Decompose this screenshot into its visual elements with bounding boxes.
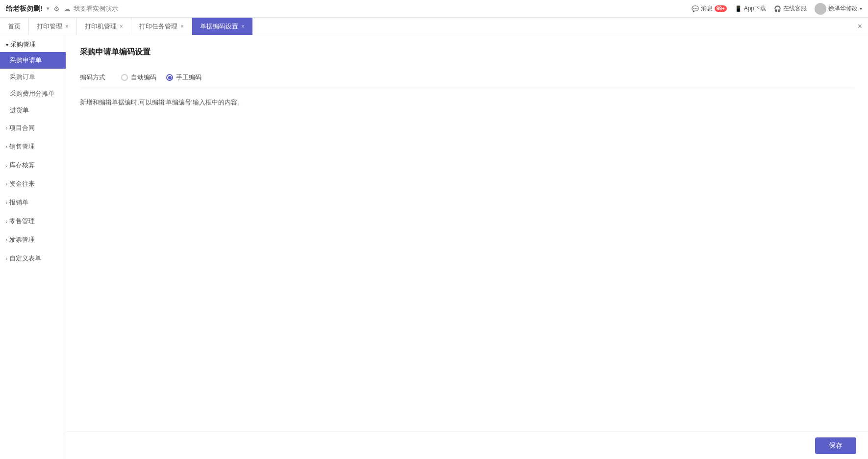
capital-flow-arrow-icon: ›	[6, 181, 7, 187]
auto-encoding-radio-circle	[121, 74, 128, 81]
sidebar-item-goods-receipt-label: 进货单	[10, 106, 29, 114]
settings-icon[interactable]: ⚙	[53, 5, 60, 13]
main-layout: ▾ 采购管理 采购申请单 采购订单 采购费用分摊单 进货单 › 项目合同 › 销…	[0, 35, 868, 459]
search-text: 我要看实例演示	[74, 4, 118, 13]
hint-text: 新增和编辑单据编时,可以编辑'单编编号'输入框中的内容。	[80, 98, 854, 107]
project-contract-arrow-icon: ›	[6, 126, 7, 131]
top-bar-left: 给老板勿删! ▾ ⚙ ☁ 我要看实例演示	[6, 4, 118, 13]
tab-bar: 首页 打印管理 × 打印机管理 × 打印任务管理 × 单据编码设置 × ×	[0, 18, 868, 35]
custom-forms-arrow-icon: ›	[6, 256, 7, 261]
user-chevron-icon: ▾	[860, 6, 862, 11]
tab-single-code-settings[interactable]: 单据编码设置 ×	[192, 18, 253, 35]
avatar	[815, 3, 826, 15]
sidebar-group-capital-flow[interactable]: › 资金往来	[0, 175, 66, 193]
sidebar-group-returns[interactable]: › 报销单	[0, 193, 66, 212]
user-profile-button[interactable]: 徐泽华修改 ▾	[815, 3, 862, 15]
phone-icon: 📱	[735, 5, 742, 12]
sidebar-item-purchase-request[interactable]: 采购申请单	[0, 52, 66, 69]
tab-single-code-settings-close[interactable]: ×	[241, 23, 245, 30]
project-contract-label: 项目合同	[9, 124, 35, 132]
message-icon: 💬	[692, 5, 699, 12]
top-bar: 给老板勿删! ▾ ⚙ ☁ 我要看实例演示 💬 消息 99+ 📱 App下载 🎧 …	[0, 0, 868, 18]
app-download-label: App下载	[744, 4, 766, 13]
returns-label: 报销单	[9, 198, 28, 207]
auto-encoding-label: 自动编码	[131, 73, 156, 82]
sidebar: ▾ 采购管理 采购申请单 采购订单 采购费用分摊单 进货单 › 项目合同 › 销…	[0, 35, 66, 459]
app-download-button[interactable]: 📱 App下载	[735, 4, 766, 13]
tab-printer-management-close[interactable]: ×	[120, 23, 123, 30]
auto-encoding-radio[interactable]: 自动编码	[121, 73, 156, 82]
encoding-section: 编码方式 自动编码 手工编码	[80, 67, 854, 88]
page-title: 采购申请单编码设置	[80, 47, 854, 57]
sidebar-group-purchase-management[interactable]: ▾ 采购管理	[0, 35, 66, 52]
encoding-method-label: 编码方式	[80, 73, 109, 82]
tab-spacer	[253, 18, 852, 35]
online-service-button[interactable]: 🎧 在线客服	[774, 4, 807, 13]
cloud-icon: ☁	[64, 5, 71, 13]
message-label: 消息	[701, 4, 713, 13]
manual-encoding-label: 手工编码	[176, 73, 201, 82]
sidebar-group-invoice-management[interactable]: › 发票管理	[0, 230, 66, 249]
tab-single-code-settings-label: 单据编码设置	[200, 22, 238, 31]
sales-management-label: 销售管理	[9, 142, 35, 151]
tab-print-task-management-close[interactable]: ×	[180, 23, 184, 30]
tab-print-management-label: 打印管理	[37, 22, 62, 31]
chevron-down-icon[interactable]: ▾	[47, 5, 50, 12]
retail-management-arrow-icon: ›	[6, 219, 7, 224]
inventory-accounting-label: 库存核算	[9, 161, 35, 170]
sidebar-item-purchase-order-label: 采购订单	[10, 73, 35, 80]
capital-flow-label: 资金往来	[9, 179, 35, 188]
content-area: 采购申请单编码设置 编码方式 自动编码 手工编码 新增和编辑单据编时,可以编辑'…	[66, 35, 868, 459]
manual-encoding-radio-circle	[166, 74, 173, 81]
sidebar-item-goods-receipt[interactable]: 进货单	[0, 102, 66, 119]
tab-print-management-close[interactable]: ×	[65, 23, 69, 30]
returns-arrow-icon: ›	[6, 200, 7, 205]
online-service-label: 在线客服	[783, 4, 807, 13]
content-main: 采购申请单编码设置 编码方式 自动编码 手工编码 新增和编辑单据编时,可以编辑'…	[66, 35, 868, 432]
tab-print-task-management[interactable]: 打印任务管理 ×	[131, 18, 192, 35]
invoice-management-arrow-icon: ›	[6, 237, 7, 243]
encoding-radio-group: 自动编码 手工编码	[121, 73, 201, 82]
sidebar-item-purchase-order[interactable]: 采购订单	[0, 69, 66, 85]
sales-management-arrow-icon: ›	[6, 144, 7, 150]
purchase-management-arrow-icon: ▾	[6, 42, 8, 48]
sidebar-group-retail-management[interactable]: › 零售管理	[0, 212, 66, 230]
sidebar-group-custom-forms[interactable]: › 自定义表单	[0, 249, 66, 268]
sidebar-group-project-contract[interactable]: › 项目合同	[0, 119, 66, 137]
manual-encoding-radio[interactable]: 手工编码	[166, 73, 201, 82]
sidebar-group-sales-management[interactable]: › 销售管理	[0, 137, 66, 156]
sidebar-item-purchase-expense-split-label: 采购费用分摊单	[10, 90, 54, 97]
search-bar[interactable]: ☁ 我要看实例演示	[64, 4, 118, 13]
tab-print-task-management-label: 打印任务管理	[139, 22, 177, 31]
message-button[interactable]: 💬 消息 99+	[692, 4, 727, 13]
tab-home[interactable]: 首页	[0, 18, 29, 35]
tab-print-management[interactable]: 打印管理 ×	[29, 18, 77, 35]
logo-text: 给老板勿删!	[6, 4, 43, 13]
tab-printer-management-label: 打印机管理	[85, 22, 117, 31]
bottom-bar: 保存	[66, 432, 868, 459]
save-button[interactable]: 保存	[815, 437, 856, 454]
retail-management-label: 零售管理	[9, 217, 35, 226]
sidebar-item-purchase-request-label: 采购申请单	[10, 56, 42, 64]
sidebar-group-inventory-accounting[interactable]: › 库存核算	[0, 156, 66, 175]
tab-home-label: 首页	[8, 22, 21, 31]
sidebar-item-purchase-expense-split[interactable]: 采购费用分摊单	[0, 85, 66, 102]
tab-printer-management[interactable]: 打印机管理 ×	[77, 18, 131, 35]
custom-forms-label: 自定义表单	[9, 254, 41, 263]
invoice-management-label: 发票管理	[9, 235, 35, 244]
top-bar-right: 💬 消息 99+ 📱 App下载 🎧 在线客服 徐泽华修改 ▾	[692, 3, 862, 15]
user-name: 徐泽华修改	[828, 4, 858, 13]
inventory-accounting-arrow-icon: ›	[6, 163, 7, 168]
headset-icon: 🎧	[774, 5, 781, 12]
purchase-management-label: 采购管理	[10, 40, 36, 49]
close-all-button[interactable]: ×	[852, 18, 868, 35]
message-count: 99+	[715, 5, 727, 12]
